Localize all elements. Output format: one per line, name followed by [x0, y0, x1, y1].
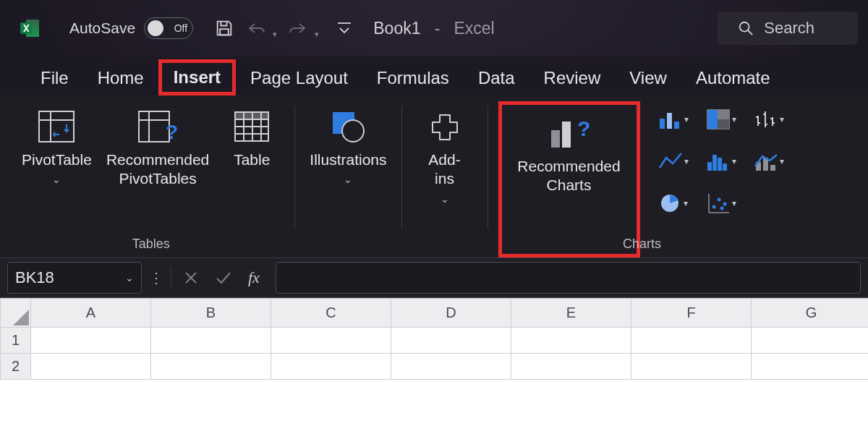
tab-page-layout[interactable]: Page Layout: [236, 61, 362, 95]
cell[interactable]: [511, 354, 631, 380]
svg-rect-40: [723, 163, 727, 171]
pivottable-label: PivotTable: [22, 150, 92, 169]
undo-dropdown-icon[interactable]: ▾: [273, 30, 277, 39]
group-label-tables: Tables: [7, 237, 294, 252]
redo-button[interactable]: [284, 15, 312, 41]
tab-file[interactable]: File: [26, 61, 83, 95]
column-header[interactable]: C: [271, 299, 391, 328]
svg-point-8: [740, 22, 749, 32]
tab-automate[interactable]: Automate: [681, 61, 785, 95]
column-header[interactable]: G: [752, 299, 869, 328]
insert-function-button[interactable]: fx: [244, 268, 264, 287]
undo-button[interactable]: [242, 15, 270, 41]
ribbon: PivotTable ⌄ ? Recommended PivotTables: [0, 95, 868, 258]
combo-chart-button[interactable]: ▾: [746, 143, 792, 179]
histogram-chart-button[interactable]: ▾: [698, 143, 744, 179]
column-header[interactable]: A: [31, 299, 151, 328]
tab-insert[interactable]: Insert: [158, 59, 236, 95]
column-header[interactable]: E: [511, 299, 631, 328]
column-header[interactable]: F: [631, 299, 752, 328]
svg-rect-10: [39, 111, 74, 142]
tab-data[interactable]: Data: [464, 61, 529, 95]
cell[interactable]: [271, 354, 391, 380]
accept-formula-button[interactable]: [210, 270, 237, 286]
separator: [171, 266, 171, 289]
recommended-charts-button[interactable]: ? Recommended Charts: [508, 108, 631, 200]
worksheet-grid[interactable]: A B C D E F G 1 2: [0, 298, 868, 434]
cell[interactable]: [631, 328, 752, 354]
svg-rect-43: [770, 165, 775, 171]
line-chart-button[interactable]: ▾: [650, 143, 697, 179]
doc-name: Book1: [373, 19, 420, 38]
cell[interactable]: [511, 328, 631, 354]
svg-point-50: [720, 207, 723, 210]
ribbon-group-illustrations: Illustrations ⌄: [295, 95, 401, 258]
svg-rect-34: [707, 110, 718, 129]
save-button[interactable]: [210, 15, 238, 41]
vertical-ellipsis-icon[interactable]: ⋮: [149, 269, 163, 286]
table-icon: [234, 106, 270, 148]
recommended-pivottables-icon: ?: [137, 106, 178, 148]
row-header[interactable]: 2: [1, 354, 31, 380]
svg-rect-13: [139, 111, 169, 142]
svg-rect-31: [667, 113, 672, 129]
chart-type-grid: ▾ ▾ ▾ ▾ ▾ ▾ ▾: [650, 101, 792, 258]
column-chart-button[interactable]: ▾: [650, 101, 697, 137]
recommended-pivottables-button[interactable]: ? Recommended PivotTables: [102, 101, 213, 258]
svg-rect-6: [220, 29, 229, 35]
svg-rect-37: [707, 162, 712, 171]
cell[interactable]: [151, 328, 271, 354]
redo-dropdown-icon[interactable]: ▾: [315, 30, 319, 39]
cell[interactable]: [271, 328, 391, 354]
cell[interactable]: [631, 354, 752, 380]
cell[interactable]: [752, 328, 869, 354]
ribbon-tab-strip: File Home Insert Page Layout Formulas Da…: [0, 56, 868, 95]
qat-customize-button[interactable]: [331, 15, 358, 41]
svg-point-26: [342, 120, 364, 142]
recommended-pivottables-label: Recommended PivotTables: [106, 150, 209, 189]
tab-view[interactable]: View: [615, 61, 681, 95]
tab-formulas[interactable]: Formulas: [362, 61, 464, 95]
svg-line-9: [748, 30, 752, 35]
cell[interactable]: [391, 328, 511, 354]
cell[interactable]: [391, 354, 511, 380]
column-header[interactable]: D: [391, 299, 511, 328]
pie-chart-button[interactable]: ▾: [650, 185, 697, 221]
tab-home[interactable]: Home: [83, 61, 158, 95]
excel-app-icon: [20, 18, 41, 38]
addins-button[interactable]: Add- ins ⌄: [412, 101, 477, 258]
table-button[interactable]: Table: [219, 101, 284, 258]
pivottable-icon: [38, 106, 75, 148]
cell[interactable]: [151, 354, 271, 380]
autosave-toggle[interactable]: Off: [144, 17, 193, 39]
sheet-row: 2: [1, 354, 869, 380]
cell[interactable]: [31, 354, 151, 380]
illustrations-button[interactable]: Illustrations ⌄: [305, 101, 391, 258]
formula-input[interactable]: [276, 262, 861, 294]
cell-reference: BK18: [15, 268, 54, 287]
chevron-down-icon: ⌄: [52, 174, 61, 185]
cell[interactable]: [752, 354, 869, 380]
chevron-down-icon: ⌄: [344, 174, 352, 185]
select-all-corner[interactable]: [1, 299, 31, 328]
row-header[interactable]: 1: [1, 328, 31, 354]
addins-icon: [427, 106, 463, 148]
cell[interactable]: [31, 328, 151, 354]
stock-chart-button[interactable]: ▾: [746, 101, 792, 137]
pivottable-button[interactable]: PivotTable ⌄: [17, 101, 96, 258]
hierarchy-chart-button[interactable]: ▾: [698, 101, 744, 137]
recommended-charts-label: Recommended Charts: [517, 157, 620, 195]
autosave-state: Off: [174, 22, 187, 34]
scatter-chart-button[interactable]: ▾: [698, 185, 744, 221]
svg-rect-30: [660, 119, 665, 129]
tab-review[interactable]: Review: [529, 61, 616, 95]
cancel-formula-button[interactable]: [179, 270, 203, 286]
search-box[interactable]: Search: [718, 12, 858, 45]
svg-text:?: ?: [166, 121, 178, 143]
column-header[interactable]: B: [151, 299, 271, 328]
ribbon-group-addins: Add- ins ⌄: [402, 95, 488, 258]
illustrations-label: Illustrations: [310, 150, 386, 169]
name-box[interactable]: BK18 ⌄: [7, 262, 142, 294]
svg-rect-38: [712, 155, 717, 171]
chevron-down-icon: ⌄: [125, 272, 134, 284]
